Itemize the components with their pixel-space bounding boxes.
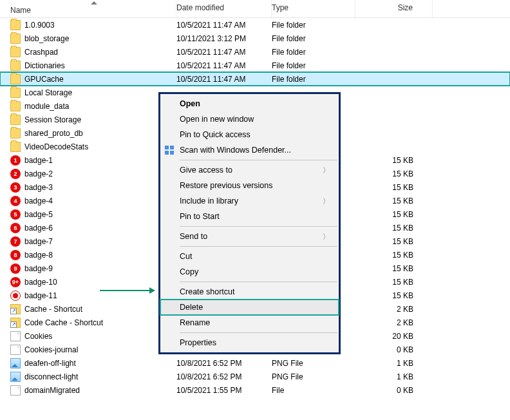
defender-shield-icon xyxy=(164,145,175,155)
cell-size: 15 KB xyxy=(355,183,433,192)
file-name: badge-7 xyxy=(24,237,53,246)
cell-name: deafen-off-light xyxy=(10,358,176,368)
cell-date: 10/8/2021 6:52 PM xyxy=(176,372,272,381)
cell-type: File folder xyxy=(272,48,355,57)
menu-scan-defender[interactable]: Scan with Windows Defender... xyxy=(160,142,339,158)
file-name: badge-10 xyxy=(24,278,57,287)
menu-include-library[interactable]: Include in library〉 xyxy=(160,193,339,209)
cell-type: PNG File xyxy=(272,372,355,381)
menu-create-shortcut[interactable]: Create shortcut xyxy=(160,284,339,300)
cell-size: 15 KB xyxy=(355,196,433,205)
cell-size: 15 KB xyxy=(355,251,433,260)
menu-pin-start[interactable]: Pin to Start xyxy=(160,209,339,224)
folder-icon xyxy=(10,47,21,57)
cell-size: 15 KB xyxy=(355,278,433,287)
file-row[interactable]: Dictionaries10/5/2021 11:47 AMFile folde… xyxy=(0,59,510,72)
cell-name: 1badge-1 xyxy=(10,155,176,166)
cell-name: Session Storage xyxy=(10,115,176,125)
svg-rect-1 xyxy=(170,146,174,149)
cell-name: 3badge-3 xyxy=(10,182,176,193)
menu-separator xyxy=(180,282,337,282)
file-name: Code Cache - Shortcut xyxy=(24,318,103,327)
folder-icon xyxy=(10,61,21,71)
menu-rename[interactable]: Rename xyxy=(160,315,339,330)
shortcut-icon xyxy=(10,304,21,314)
sort-ascending-icon xyxy=(91,1,97,5)
file-row[interactable]: Crashpad10/5/2021 11:47 AMFile folder xyxy=(0,45,510,59)
file-row[interactable]: domainMigrated10/5/2021 1:55 PMFile0 KB xyxy=(0,383,510,397)
file-icon xyxy=(10,345,21,355)
column-type[interactable]: Type xyxy=(272,0,355,17)
file-row[interactable]: deafen-off-light10/8/2021 6:52 PMPNG Fil… xyxy=(0,356,510,370)
column-headers: Name Date modified Type Size xyxy=(0,0,510,18)
menu-send-to[interactable]: Send to〉 xyxy=(160,229,339,244)
file-name: badge-3 xyxy=(24,183,53,192)
cell-name: Code Cache - Shortcut xyxy=(10,318,176,328)
file-row[interactable]: GPUCache10/5/2021 11:47 AMFile folder xyxy=(0,72,510,86)
menu-cut[interactable]: Cut xyxy=(160,249,339,264)
file-name: badge-8 xyxy=(24,251,53,260)
cell-size: 15 KB xyxy=(355,264,433,273)
file-row[interactable]: 1.0.900310/5/2021 11:47 AMFile folder xyxy=(0,18,510,32)
menu-separator xyxy=(180,160,337,160)
cell-name: 7badge-7 xyxy=(10,236,176,247)
cell-date: 10/5/2021 11:47 AM xyxy=(176,61,272,70)
cell-date: 10/5/2021 1:55 PM xyxy=(176,386,272,395)
cell-name: Dictionaries xyxy=(10,61,176,71)
file-row[interactable]: disconnect-light10/8/2021 6:52 PMPNG Fil… xyxy=(0,370,510,383)
folder-icon xyxy=(10,128,21,138)
cell-type: File folder xyxy=(272,34,355,43)
menu-open[interactable]: Open xyxy=(160,96,339,111)
menu-pin-quick-access[interactable]: Pin to Quick access xyxy=(160,127,339,142)
chevron-right-icon: 〉 xyxy=(323,166,330,175)
cell-name: 1.0.9003 xyxy=(10,20,176,30)
cell-size: 15 KB xyxy=(355,169,433,178)
cell-size: 2 KB xyxy=(355,305,433,314)
badge-icon: 7 xyxy=(10,236,21,247)
column-size[interactable]: Size xyxy=(355,0,433,17)
badge-icon: 2 xyxy=(10,169,21,179)
cell-name: 6badge-6 xyxy=(10,223,176,233)
file-icon xyxy=(10,331,21,341)
badge-icon: 4 xyxy=(10,196,21,206)
cell-name: Local Storage xyxy=(10,88,176,98)
cell-name: Cache - Shortcut xyxy=(10,304,176,314)
file-name: badge-4 xyxy=(24,196,53,205)
cell-name: 2badge-2 xyxy=(10,169,176,179)
file-icon xyxy=(10,385,21,396)
cell-size: 2 KB xyxy=(355,318,433,327)
badge-icon: 5 xyxy=(10,209,21,220)
column-name-label: Name xyxy=(10,6,31,15)
cell-type: PNG File xyxy=(272,359,355,368)
menu-properties[interactable]: Properties xyxy=(160,335,339,350)
menu-open-new-window[interactable]: Open in new window xyxy=(160,111,339,127)
column-name[interactable]: Name xyxy=(10,0,176,17)
menu-delete[interactable]: Delete xyxy=(160,300,339,315)
column-date[interactable]: Date modified xyxy=(176,0,272,17)
cell-name: Crashpad xyxy=(10,47,176,57)
cell-name: 8badge-8 xyxy=(10,250,176,260)
cell-size: 20 KB xyxy=(355,332,433,341)
file-name: badge-5 xyxy=(24,210,53,219)
cell-name: disconnect-light xyxy=(10,372,176,382)
cell-size: 15 KB xyxy=(355,210,433,219)
cell-size: 15 KB xyxy=(355,291,433,300)
cell-type: File folder xyxy=(272,21,355,30)
shortcut-icon xyxy=(10,318,21,328)
menu-give-access[interactable]: Give access to〉 xyxy=(160,162,339,178)
menu-separator xyxy=(180,246,337,247)
cell-name: 4badge-4 xyxy=(10,196,176,206)
menu-separator xyxy=(180,226,337,227)
menu-restore-previous[interactable]: Restore previous versions xyxy=(160,178,339,193)
chevron-right-icon: 〉 xyxy=(323,232,330,242)
file-name: badge-2 xyxy=(24,169,53,178)
file-row[interactable]: blob_storage10/11/2021 3:12 PMFile folde… xyxy=(0,32,510,45)
folder-icon xyxy=(10,115,21,125)
cell-date: 10/5/2021 11:47 AM xyxy=(176,48,272,57)
cell-name: blob_storage xyxy=(10,33,176,44)
cell-name: Cookies xyxy=(10,331,176,341)
cell-type: File folder xyxy=(272,61,355,70)
badge-icon: 1 xyxy=(10,155,21,166)
menu-copy[interactable]: Copy xyxy=(160,264,339,280)
folder-icon xyxy=(10,88,21,98)
